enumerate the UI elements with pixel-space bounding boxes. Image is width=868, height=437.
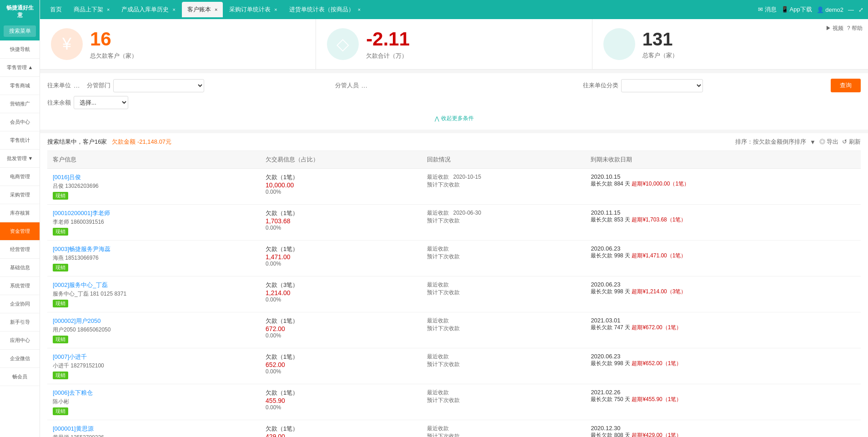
tab-customer-account[interactable]: 客户账本 × [182,2,223,17]
unit-category-select[interactable] [621,79,703,92]
sidebar-item-retail-stats[interactable]: 零售统计 [0,131,40,150]
retail-stats-label: 零售统计 [10,137,30,143]
customer-info-cell: [0006]去下粮仓 陈小彬 现销 [47,384,260,420]
debt-count: 欠款（1笔） [266,245,416,253]
user-action[interactable]: 👤 demo2 [817,6,843,13]
overdue-link[interactable]: 超期¥1,471.00（1笔） [632,252,686,259]
tab-customer-account-close[interactable]: × [215,7,217,12]
overdue-link[interactable]: 超期¥429.00（1笔） [632,432,682,437]
sidebar-item-purchase[interactable]: 采购管理 [0,186,40,204]
tab-purchase-stats[interactable]: 进货单统计表（按商品） × [284,2,366,17]
tab-purchase-order[interactable]: 采购订单统计表 × [224,2,282,17]
person-input[interactable]: ... [361,81,367,90]
retail-shop-label: 零售商城 [10,83,30,88]
overdue-link[interactable]: 超期¥10,000.00（1笔） [632,181,689,187]
sidebar-item-basic[interactable]: 基础信息 [0,259,40,277]
collection-cell: 最近收款 2020-06-30 预计下次收款 [421,205,586,241]
sidebar: 畅捷通好生意 搜索菜单 快捷导航 零售管理 ▲ 零售商城 营销推广 会员中心 零… [0,0,40,437]
sidebar-item-marketing[interactable]: 营销推广 [0,95,40,113]
window-max-button[interactable]: ⤢ [858,6,863,13]
sidebar-item-batch-mgmt[interactable]: 批发管理 ▼ [0,150,40,168]
search-menu-button[interactable]: 搜索菜单 [4,25,36,37]
sidebar-item-ecommerce[interactable]: 电商管理 [0,168,40,186]
sidebar-item-apps[interactable]: 应用中心 [0,332,40,350]
table-row: [000001]黄思源 黄思源 13552700226 现销 欠款（1笔） 42… [47,420,861,437]
sidebar-item-member2[interactable]: 畅会员 [0,368,40,386]
sidebar-item-inventory[interactable]: 库存核算 [0,204,40,222]
marketing-label: 营销推广 [10,101,30,106]
app-download-action[interactable]: 📱 App下载 [781,5,812,14]
customer-badge: 现销 [53,336,68,343]
overdue-link[interactable]: 超期¥455.90（1笔） [632,396,682,402]
due-date: 2020.06.23 [591,245,855,252]
help-action[interactable]: ? 帮助 [847,25,863,32]
customer-name-link[interactable]: [000001]黄思源 [53,425,94,432]
dept-select[interactable] [113,79,204,92]
customer-name-link[interactable]: [000002]用户2050 [53,317,101,324]
sidebar-item-operations[interactable]: 经营管理 [0,241,40,259]
last-payment: 最近收款 [427,389,580,397]
tab-production-history[interactable]: 产成品入库单历史 × [116,2,181,17]
message-action[interactable]: ✉ 消息 [758,5,777,14]
wechat-label: 企业微信 [10,356,30,361]
debt-count: 欠款（1笔） [266,209,416,217]
sidebar-item-finance[interactable]: 资金管理 [0,222,40,241]
sidebar-item-quick-nav[interactable]: 快捷导航 [0,40,40,59]
collapse-button[interactable]: ⋀ 收起更多条件 [47,113,861,124]
sidebar-item-retail-shop[interactable]: 零售商城 [0,77,40,95]
sidebar-item-guide[interactable]: 新手引导 [0,313,40,332]
dept-label: 分管部门 [87,81,110,90]
customer-name-link[interactable]: [0002]服务中心_丁磊 [53,281,108,288]
tab-goods-shelf-close[interactable]: × [107,7,110,12]
tab-purchase-order-close[interactable]: × [274,7,277,12]
customer-badge: 现销 [53,372,68,379]
overdue-link[interactable]: 超期¥652.00（1笔） [632,360,682,367]
collapse-label: 收起更多条件 [441,115,474,122]
query-button[interactable]: 查询 [831,79,861,92]
customer-name-link[interactable]: [0007]小进千 [53,353,87,360]
table-actions: 排序：按欠款金额倒序排序 ▼ ◎ 导出 ↺ 刷新 [735,138,861,146]
next-payment: 预计下次收款 [427,289,580,296]
customer-name-link[interactable]: [0003]畅捷服务尹海蕊 [53,246,110,252]
collection-cell: 最近收款 预计下次收款 [421,384,586,420]
sidebar-item-retail-mgmt[interactable]: 零售管理 ▲ [0,59,40,77]
sort-dropdown-icon[interactable]: ▼ [810,139,816,146]
from-unit-label: 往来单位 [47,81,71,90]
debt-count: 欠款（1笔） [266,353,416,361]
quick-nav-label: 快捷导航 [10,46,30,52]
app-title: 畅捷通好生意 [5,5,35,19]
tab-purchase-order-label: 采购订单统计表 [229,5,271,14]
due-date: 2021.03.01 [591,317,855,324]
refresh-button[interactable]: ↺ 刷新 [842,138,861,146]
customer-contact: 海燕 18513066976 [53,254,255,262]
customer-info-cell: [000002]用户2050 用户2050 18665062050 现销 [47,312,260,348]
export-button[interactable]: ◎ 导出 [819,138,839,146]
tab-home[interactable]: 首页 [45,2,67,17]
debt-percent: 0.00% [266,368,416,375]
tab-production-history-close[interactable]: × [172,7,175,12]
tab-goods-shelf[interactable]: 商品上下架 × [68,2,115,17]
debt-amount-label: 欠款金额 -21,148.07元 [112,138,171,145]
customer-name-link[interactable]: [00010200001]李老师 [53,210,110,216]
overdue-link[interactable]: 超期¥1,703.68（1笔） [632,216,686,223]
from-unit-input[interactable]: ... [74,81,80,90]
balance-select[interactable]: 选择... [74,96,128,109]
filter-dept: 分管部门 [87,79,327,92]
sidebar-item-wechat[interactable]: 企业微信 [0,350,40,368]
window-min-button[interactable]: — [848,6,854,13]
debt-percent: 0.00% [266,404,416,411]
customer-badge: 现销 [53,228,68,236]
col-due-date: 到期未收款日期 [585,151,861,169]
debt-percent: 0.00% [266,332,416,339]
overdue-link[interactable]: 超期¥672.00（1笔） [632,324,682,331]
sidebar-item-system[interactable]: 系统管理 [0,277,40,295]
tab-purchase-stats-close[interactable]: × [358,7,361,12]
filter-from-unit: 往来单位 ... [47,81,80,90]
customer-name-link[interactable]: [0016]吕俊 [53,174,81,181]
debt-info-cell: 欠款（1笔） 455.90 0.00% [260,384,421,420]
customer-name-link[interactable]: [0006]去下粮仓 [53,389,93,396]
sidebar-item-corp[interactable]: 企业协同 [0,295,40,313]
sidebar-item-member[interactable]: 会员中心 [0,113,40,131]
overdue-link[interactable]: 超期¥1,214.00（3笔） [632,288,686,295]
video-action[interactable]: ▶ 视频 [826,25,843,32]
